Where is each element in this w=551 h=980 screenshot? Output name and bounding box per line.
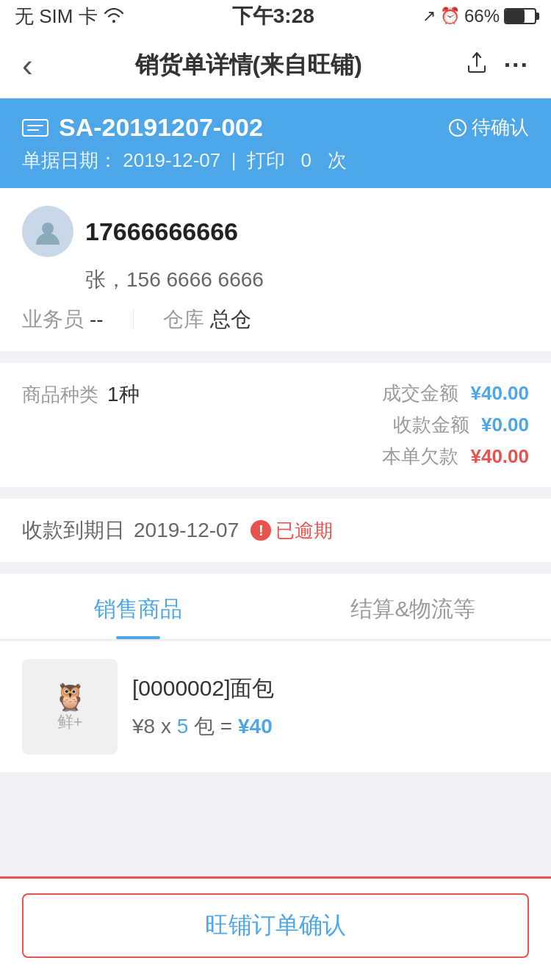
back-button[interactable]: ‹: [22, 47, 33, 84]
product-logo: 🦉 鲜+: [54, 681, 87, 732]
customer-avatar: [22, 206, 73, 257]
bottom-spacer: [0, 772, 551, 890]
page-title: 销货单详情(来自旺铺): [135, 49, 362, 82]
sales-rep-item: 业务员 --: [22, 306, 104, 334]
alarm-icon: ⏰: [440, 7, 460, 26]
product-unit: 包: [194, 715, 215, 738]
warehouse-value: 总仓: [210, 306, 251, 334]
tab-sales-product[interactable]: 销售商品: [0, 574, 276, 639]
overdue-icon: !: [251, 520, 271, 541]
due-date-label: 收款到期日: [22, 516, 125, 544]
sales-rep-label: 业务员: [22, 306, 84, 334]
svg-point-3: [42, 223, 54, 234]
received-label: 收款金额: [393, 412, 469, 438]
transaction-row: 成交金额 ¥40.00: [382, 381, 529, 406]
status-right: ↗ ⏰ 66%: [422, 6, 536, 26]
battery-icon: [504, 8, 536, 24]
customer-phone: 17666666666: [85, 217, 238, 246]
overdue-badge: ! 已逾期: [251, 518, 333, 544]
product-name: [0000002]面包: [132, 674, 529, 704]
bottom-button-container: 旺铺订单确认: [0, 876, 551, 980]
multiply-sign: x: [161, 715, 177, 738]
product-thumbnail: 🦉 鲜+: [22, 659, 118, 754]
nav-actions: ···: [464, 50, 529, 80]
received-row: 收款金额 ¥0.00: [393, 412, 529, 438]
product-section: 🦉 鲜+ [0000002]面包 ¥8 x 5 包 = ¥40: [0, 641, 551, 772]
share-icon[interactable]: [464, 50, 489, 80]
product-price-row: ¥8 x 5 包 = ¥40: [132, 713, 529, 741]
customer-section: 17666666666 张，156 6666 6666 业务员 -- 仓库 总仓: [0, 188, 551, 351]
order-status: 待确认: [448, 115, 529, 140]
order-id-row: SA-20191207-002 待确认: [22, 113, 529, 142]
tabs-container: 销售商品 结算&物流等: [0, 574, 551, 640]
svg-rect-1: [23, 120, 48, 136]
due-row: 本单欠款 ¥40.00: [382, 444, 529, 469]
warehouse-item: 仓库 总仓: [163, 306, 251, 334]
order-id: SA-20191207-002: [22, 113, 263, 142]
nav-bar: ‹ 销货单详情(来自旺铺) ···: [0, 32, 551, 98]
order-date-row: 单据日期： 2019-12-07 | 打印 0 次: [22, 148, 529, 173]
due-date-section: 收款到期日 2019-12-07 ! 已逾期: [0, 499, 551, 562]
location-icon: ↗: [422, 7, 436, 26]
customer-top: 17666666666: [22, 206, 529, 257]
due-label: 本单欠款: [382, 444, 458, 469]
order-header: SA-20191207-002 待确认 单据日期： 2019-12-07 | 打…: [0, 98, 551, 188]
meta-divider: [133, 309, 134, 330]
transaction-label: 成交金额: [382, 381, 458, 406]
tab-settlement[interactable]: 结算&物流等: [276, 574, 551, 639]
equals-sign: =: [220, 715, 238, 738]
sales-rep-value: --: [90, 308, 104, 331]
summary-right: 成交金额 ¥40.00 收款金额 ¥0.00 本单欠款 ¥40.00: [382, 381, 529, 469]
status-time: 下午3:28: [232, 2, 314, 30]
tabs-row: 销售商品 结算&物流等: [0, 574, 551, 640]
wifi-icon: [104, 5, 124, 28]
product-info: [0000002]面包 ¥8 x 5 包 = ¥40: [132, 674, 529, 741]
due-date-value: 2019-12-07: [134, 519, 239, 542]
confirm-order-button[interactable]: 旺铺订单确认: [22, 893, 529, 958]
battery-percent: 66%: [464, 6, 500, 26]
summary-section: 商品种类 1种 成交金额 ¥40.00 收款金额 ¥0.00 本单欠款 ¥40.…: [0, 363, 551, 487]
more-icon[interactable]: ···: [504, 51, 529, 79]
summary-left: 商品种类 1种: [22, 381, 382, 408]
carrier-text: 无 SIM 卡: [15, 4, 98, 29]
type-label: 商品种类: [22, 382, 98, 408]
received-value: ¥0.00: [481, 414, 529, 436]
overdue-label: 已逾期: [276, 518, 333, 544]
transaction-value: ¥40.00: [470, 382, 529, 405]
warehouse-label: 仓库: [163, 306, 204, 334]
customer-sub: 张，156 6666 6666: [22, 266, 529, 294]
status-bar: 无 SIM 卡 下午3:28 ↗ ⏰ 66%: [0, 0, 551, 32]
due-value: ¥40.00: [470, 445, 529, 468]
product-total: ¥40: [238, 715, 273, 738]
customer-meta: 业务员 -- 仓库 总仓: [22, 306, 529, 334]
product-qty: 5: [177, 715, 189, 738]
status-left: 无 SIM 卡: [15, 4, 124, 29]
type-value: 1种: [107, 381, 140, 408]
product-price: ¥8: [132, 715, 155, 738]
